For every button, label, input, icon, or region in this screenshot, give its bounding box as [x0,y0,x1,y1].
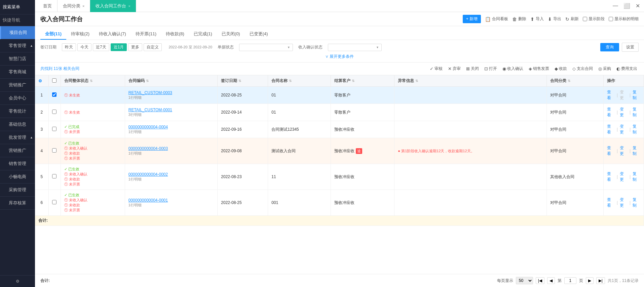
tab-close-income-contract[interactable]: × [128,4,130,8]
show-details-input[interactable] [609,17,613,21]
maximize-btn[interactable]: ⬜ [622,3,632,9]
minimize-btn[interactable]: — [611,3,619,9]
action-btn-sales-invoice[interactable]: ◈销售发票 [527,65,551,72]
add-button[interactable]: + 新增 [463,15,481,23]
filter-tab-all[interactable]: 全部(11) [40,29,66,40]
expand-conditions-btn[interactable]: ∨ 展开更多条件 [325,54,354,59]
sidebar-item-purchase[interactable]: 采购管理 [0,183,35,197]
sort-name-icon[interactable]: ⇅ [289,79,292,83]
sort-sign-date-icon[interactable]: ⇅ [238,79,241,83]
refresh-btn[interactable]: ↻ 刷新 [565,16,579,22]
date-btn-今天[interactable]: 今天 [77,43,91,51]
cell-checkbox[interactable] [48,104,61,121]
op-btn-复制-5[interactable]: 复制 [633,197,640,208]
op-btn-复制-0[interactable]: 复制 [633,89,640,101]
contract-code-link[interactable]: 0000000000004-0003 [128,146,168,151]
op-btn-复制-3[interactable]: 复制 [633,145,640,157]
tab-close-contract-cat[interactable]: × [82,4,84,8]
sort-category-icon[interactable]: ⇅ [568,79,570,83]
row-checkbox-1[interactable] [52,110,56,114]
date-btn-近7天[interactable]: 近7天 [93,43,109,51]
action-btn-close[interactable]: ⊠关闭 [465,65,480,72]
row-checkbox-0[interactable] [52,92,56,97]
op-btn-变更-3[interactable]: 变更 [620,145,628,157]
first-page-btn[interactable]: |◀ [536,277,544,284]
sidebar-item-smart-store[interactable]: 智慧门店 [0,52,35,66]
settings-button[interactable]: 设置 [622,43,639,52]
row-checkbox-3[interactable] [52,148,56,153]
filter-tab-closed[interactable]: 已关闭(0) [217,29,245,40]
op-btn-查看-3[interactable]: 查看 [607,145,615,157]
contract-code-link[interactable]: RETAIL_CUSTOM-0001 [128,108,172,112]
sidebar-item-inventory[interactable]: 库存核算 [0,197,35,210]
op-btn-复制-2[interactable]: 复制 [633,124,640,135]
export-btn[interactable]: ⬇ 导出 [548,16,561,22]
last-page-btn[interactable]: ▶| [596,277,605,284]
op-btn-查看-4[interactable]: 查看 [607,171,615,182]
date-btn-昨天[interactable]: 昨天 [62,43,76,51]
date-btn-自定义[interactable]: 自定义 [144,43,162,51]
cell-checkbox[interactable] [48,190,61,216]
filter-tab-completed[interactable]: 已完成(1) [189,29,217,40]
tab-income-contract[interactable]: 收入合同工作台× [90,0,136,12]
cell-checkbox[interactable] [48,138,61,164]
show-details-checkbox[interactable]: 显示标的明细 [609,16,639,22]
op-btn-查看-2[interactable]: 查看 [607,124,615,135]
sort-abnormal-icon[interactable]: ⇅ [415,79,418,83]
row-checkbox-4[interactable] [52,174,56,178]
contract-code-link[interactable]: 0000000000004-0004 [128,125,168,129]
op-btn-变更-2[interactable]: 变更 [620,124,628,135]
page-input[interactable] [564,277,576,284]
op-btn-变更-1[interactable]: 变更 [620,107,628,118]
sidebar-item-retail-stats[interactable]: 零售统计 [0,105,35,118]
sidebar-item-member[interactable]: 会员中心 [0,92,35,105]
page-size-select[interactable]: 50 20 100 [516,277,533,284]
doc-status-select[interactable] [239,44,293,51]
sidebar-item-project[interactable]: 项目合同 [0,26,35,39]
sidebar-settings-icon[interactable]: ⚙ [0,275,35,287]
prev-page-btn[interactable]: ◀ [547,277,555,284]
cell-checkbox[interactable] [48,121,61,138]
date-btn-更多[interactable]: 更多 [128,43,142,51]
sidebar-item-retail-mgmt[interactable]: 零售管理 [0,39,35,52]
op-btn-查看-5[interactable]: 查看 [607,197,615,208]
close-btn[interactable]: ✕ [634,3,641,9]
action-btn-income-confirm[interactable]: ◉收入确认 [501,65,525,72]
date-btn-近1月[interactable]: 近1月 [111,43,127,51]
action-btn-open[interactable]: ⊡打开 [483,65,498,72]
sidebar-item-sales-mgmt[interactable]: 销售管理 [0,157,35,170]
action-btn-payout-contract[interactable]: ◇支出合同 [571,65,594,72]
sidebar-item-xiaochangec[interactable]: 小畅电商 [0,170,35,183]
income-confirm-select[interactable] [328,44,382,51]
row-checkbox-2[interactable] [52,127,56,131]
cell-checkbox[interactable] [48,87,61,104]
tab-home[interactable]: 首页 [38,0,58,12]
sidebar-item-wholesale-mgmt[interactable]: 批发管理 [0,131,35,144]
delete-btn[interactable]: 🗑 删除 [512,16,526,22]
sort-status-icon[interactable]: ⇅ [90,79,92,83]
op-btn-复制-1[interactable]: 复制 [633,107,640,118]
sidebar-quicknav[interactable]: 快捷导航 [0,14,35,26]
sidebar-search[interactable]: 搜索菜单 [0,0,35,14]
show-fields-checkbox[interactable]: 显示阶段 [583,16,605,22]
op-btn-复制-4[interactable]: 复制 [633,171,640,182]
table-scroll[interactable]: ⚙ 合同整体状态 ⇅ [35,75,644,274]
op-btn-变更-0[interactable]: 变更 [620,89,628,101]
sidebar-item-base-info[interactable]: 基础信息 [0,118,35,131]
cell-checkbox[interactable] [48,164,61,190]
select-all-checkbox[interactable] [52,78,56,83]
op-btn-查看-0[interactable]: 查看 [607,89,615,101]
contract-code-link[interactable]: 0000000000004-0002 [128,172,168,177]
op-btn-变更-4[interactable]: 变更 [620,171,628,182]
sort-code-icon[interactable]: ⇅ [146,79,149,83]
filter-tab-pending-income-confirm[interactable]: 待收入确认(7) [94,29,131,40]
op-btn-查看-1[interactable]: 查看 [607,107,615,118]
show-fields-input[interactable] [583,17,587,21]
tab-contract-cat[interactable]: 合同分类× [58,0,90,12]
sidebar-item-marketing[interactable]: 营销推广 [0,79,35,92]
filter-tab-changed[interactable]: 已变更(4) [245,29,273,40]
filter-tab-pending-review[interactable]: 待审核(2) [66,29,94,40]
import-btn[interactable]: ⬆ 导入 [530,16,544,22]
action-btn-purchase[interactable]: ◎采购 [597,65,612,72]
action-btn-review[interactable]: ✓审核 [428,65,444,72]
